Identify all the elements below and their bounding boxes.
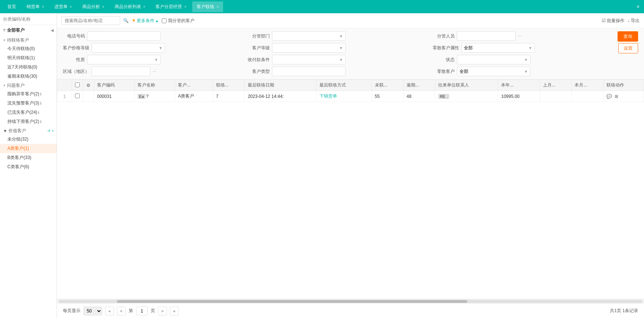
page-input[interactable] <box>136 307 148 315</box>
sidebar-item-today-contact[interactable]: 今天待联络(0) <box>0 44 57 53</box>
filter-payment-select[interactable]: ▼ <box>272 55 346 64</box>
sidebar-all-customers[interactable]: ⠿ 全部客户 ◀ <box>0 25 57 36</box>
filter-row-2: 客户价格等级 ▼ 客户等级 ▼ 零散客户属性 <box>63 43 615 53</box>
nav-product-analysis[interactable]: 商品分析 × <box>78 1 109 12</box>
sidebar-add-icon[interactable]: + <box>51 129 54 133</box>
filter-status-select[interactable]: ▼ <box>457 55 530 64</box>
nav-purchase-order[interactable]: 进货单 × <box>50 1 76 12</box>
row-gear[interactable] <box>83 91 94 102</box>
filter-retail-select[interactable]: 全部▼ <box>457 67 530 76</box>
bottom-scrollbar[interactable] <box>57 299 644 303</box>
action-grid-icon[interactable]: ⊞ <box>615 94 618 99</box>
filter-manager-input[interactable] <box>457 31 516 41</box>
table-header-row: ⚙ 客户编码 客户名称 客户... 联络... <box>57 80 644 91</box>
sidebar-search-input[interactable] <box>3 17 57 22</box>
filter-region-input[interactable] <box>92 67 150 76</box>
col-gear[interactable]: ⚙ <box>83 80 94 91</box>
filter-phone-input[interactable] <box>87 31 161 41</box>
filter-nature-select[interactable]: ▼ <box>87 55 161 64</box>
row-this-month <box>572 91 603 102</box>
nav-purchase-order-close[interactable]: × <box>70 5 72 9</box>
sidebar-item-7days-contact[interactable]: 近7天待联络(0) <box>0 63 57 72</box>
sidebar-group-value[interactable]: ▼ 价值客户 ↺ + <box>0 126 57 135</box>
col-this-month[interactable]: 本月... <box>572 80 603 91</box>
nav-close-all[interactable]: × <box>637 4 640 10</box>
my-customers-checkbox[interactable] <box>162 18 167 23</box>
col-last-contact-method[interactable]: 最后联络方式 <box>316 80 372 91</box>
last-page-btn[interactable]: » <box>170 307 179 315</box>
col-customer-code[interactable]: 客户编码 <box>94 80 135 91</box>
prev-page-btn[interactable]: < <box>117 307 126 315</box>
sidebar-group-problem[interactable]: ▼ 问题客户 <box>0 81 57 89</box>
row-checkbox-cell[interactable] <box>72 91 83 102</box>
filter-retail-attr-select[interactable]: 全部▼ <box>461 43 535 53</box>
filter-dept-select[interactable]: ▼ <box>272 31 346 41</box>
filter-btn-group: 查询 设置 <box>618 31 638 53</box>
my-customers-checkbox-label[interactable]: 我分管的客户 <box>162 18 194 24</box>
table-container: ⚙ 客户编码 客户名称 客户... 联络... <box>57 80 644 299</box>
sidebar-item-overdue-contact[interactable]: 逾期未联络(30) <box>0 72 57 81</box>
col-customer-type[interactable]: 客户... <box>175 80 213 91</box>
row-overdue: 48 <box>403 91 435 102</box>
sidebar-item-c-class[interactable]: C类客户(6) <box>0 162 57 172</box>
filter-more-btn[interactable]: ▼ 更多条件 ▲ <box>132 18 159 24</box>
first-page-btn[interactable]: « <box>105 307 114 315</box>
nav-sales-order[interactable]: 销货单 × <box>22 1 49 12</box>
nav-customer-segment[interactable]: 客户分层经营 × <box>151 1 191 12</box>
sidebar-item-a-class[interactable]: A类客户(1) <box>0 144 57 153</box>
sidebar-item-b-class[interactable]: B类客户(33) <box>0 153 57 162</box>
filter-manager-label: 分管人员 <box>433 33 455 39</box>
sidebar-item-churn-warning[interactable]: 流失预警客户(3) ℹ <box>0 99 57 108</box>
nav-customer-segment-close[interactable]: × <box>184 5 186 9</box>
col-checkbox[interactable] <box>72 80 83 91</box>
nav-product-analysis-close[interactable]: × <box>102 5 104 9</box>
nav-customer-contact[interactable]: 客户联络 × <box>192 1 223 12</box>
pagination-total: 共1页 1条记录 <box>610 308 638 314</box>
filter-type-input[interactable] <box>272 67 346 76</box>
filter-search-icon[interactable]: 🔍 <box>123 18 129 23</box>
sidebar-item-declining[interactable]: 持续下滑客户(2) ℹ <box>0 117 57 126</box>
bulk-action-btn[interactable]: ☑ 批量操作 <box>602 18 625 24</box>
sidebar-group-pending[interactable]: ▼ 待联络客户 <box>0 36 57 44</box>
col-last-month[interactable]: 上月... <box>540 80 572 91</box>
nav-home[interactable]: 首页 <box>3 1 21 12</box>
col-contact-count[interactable]: 联络... <box>213 80 244 91</box>
nav-product-analysis-list[interactable]: 商品分析列表 × <box>110 1 150 12</box>
filter-field-region: 区域（地区） ··· <box>63 67 245 76</box>
row-checkbox[interactable] <box>75 93 80 98</box>
query-button[interactable]: 查询 <box>618 31 638 42</box>
sidebar-item-abnormal[interactable]: 囤购异常客户(2) ℹ <box>0 89 57 99</box>
filter-field-customer-level: 客户等级 ▼ <box>248 43 430 53</box>
col-company-contact[interactable]: 往来单位联系人 <box>435 80 498 91</box>
filter-level-select[interactable]: ▼ <box>272 43 346 53</box>
sidebar-refresh-icon[interactable]: ↺ <box>47 129 50 133</box>
filter-region-dots[interactable]: ··· <box>153 69 156 74</box>
next-page-btn[interactable]: > <box>158 307 167 315</box>
col-overdue[interactable]: 逾期... <box>403 80 435 91</box>
filter-manager-dots[interactable]: ··· <box>518 33 522 39</box>
per-page-select[interactable]: 50 20 100 <box>83 307 102 315</box>
action-chat-icon[interactable]: 💬 <box>607 94 612 99</box>
filter-phone-label: 电话号码 <box>63 33 85 39</box>
filter-field-manager: 分管人员 ··· <box>433 31 615 41</box>
filter-price-select[interactable]: ▼ <box>92 43 165 53</box>
sidebar-item-tomorrow-contact[interactable]: 明天待联络(1) <box>0 53 57 63</box>
nav-product-analysis-list-close[interactable]: × <box>143 5 146 9</box>
select-all-checkbox[interactable] <box>75 82 80 87</box>
nav-customer-contact-close[interactable]: × <box>217 5 219 9</box>
content-area: 🔍 ▼ 更多条件 ▲ 我分管的客户 ☑ 批量操作 ↓ 导出 <box>57 13 644 318</box>
col-uncontacted[interactable]: 未联... <box>372 80 403 91</box>
sidebar-item-churned[interactable]: 已流失客户(24) ℹ <box>0 108 57 117</box>
advanced-filter: 电话号码 分管部门 ▼ 分管人员 ··· <box>57 28 644 80</box>
col-last-contact-date[interactable]: 最后联络日期 <box>244 80 316 91</box>
sidebar-collapse-icon[interactable]: ◀ <box>51 28 54 32</box>
export-btn[interactable]: ↓ 导出 <box>627 18 640 24</box>
sidebar-item-unclassified[interactable]: 未分组(32) <box>0 135 57 144</box>
row-last-contact-method[interactable]: 下销货单 <box>316 91 372 102</box>
filter-search-input[interactable] <box>61 16 120 25</box>
col-this-year[interactable]: 本年... <box>498 80 540 91</box>
col-customer-name[interactable]: 客户名称 <box>135 80 175 91</box>
last-contact-link[interactable]: 下销货单 <box>319 93 337 99</box>
nav-sales-order-close[interactable]: × <box>42 5 44 9</box>
settings-button[interactable]: 设置 <box>618 43 638 53</box>
